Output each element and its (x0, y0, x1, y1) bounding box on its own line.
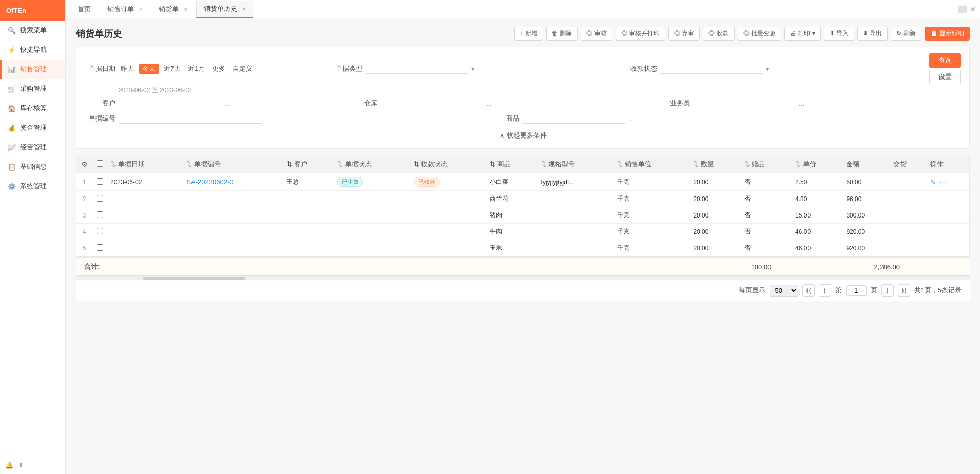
salesperson-dots-icon[interactable]: ... (799, 99, 805, 107)
add-button[interactable]: + 新增 (514, 27, 543, 41)
row-checkbox-1[interactable] (92, 173, 107, 191)
tab-sales-order-close[interactable]: × (139, 6, 142, 12)
col-date[interactable]: ⇅ 单据日期 (107, 155, 183, 173)
goods-label: 商品 (489, 114, 520, 123)
prev-page-button[interactable]: ⟨ (819, 284, 831, 297)
tab-sales-history[interactable]: 销货单历史 × (196, 1, 253, 18)
maximize-icon[interactable]: ⬜ (958, 5, 967, 13)
row-4-checkbox[interactable] (97, 228, 103, 234)
per-page-select[interactable]: 50 100 200 (770, 285, 798, 297)
table-row: 1 2023-06-02 SA-20230602-0 王总 已生效 已收款 小白… (76, 173, 969, 191)
sidebar-item-purchase-mgmt[interactable]: 🛒 采购管理 (0, 79, 65, 98)
sidebar-item-label: 销售管理 (20, 65, 47, 74)
tab-home[interactable]: 首页 (70, 1, 99, 18)
col-checkbox[interactable] (92, 155, 107, 173)
date-shortcut-yesterday[interactable]: 昨天 (119, 64, 136, 74)
tab-sales-delivery[interactable]: 销货单 × (151, 1, 195, 18)
row-checkbox-4[interactable] (92, 224, 107, 240)
col-goods[interactable]: ⇅ 商品 (487, 155, 537, 173)
print-button[interactable]: 🖨 打印 ▾ (784, 27, 821, 41)
delete-button[interactable]: 🗑 删除 (546, 27, 578, 41)
close-window-icon[interactable]: ✕ (970, 5, 976, 13)
select-all-checkbox[interactable] (97, 160, 103, 167)
payment-status-dropdown-icon[interactable]: ▾ (766, 65, 770, 73)
col-payment-status-label: ⇅ 收款状态 (414, 160, 448, 168)
row-amount-2: 96.00 (843, 191, 890, 207)
row-action-5 (927, 240, 969, 256)
sidebar-item-operations[interactable]: 📈 经营管理 (0, 137, 65, 157)
notification-icon[interactable]: 🔔 (5, 461, 13, 469)
date-shortcut-today[interactable]: 今天 (139, 64, 159, 74)
customer-input[interactable] (119, 98, 221, 108)
first-page-button[interactable]: ⟨⟨ (802, 284, 815, 297)
query-button[interactable]: 查询 (929, 53, 961, 68)
tab-sales-order[interactable]: 销售订单 × (100, 1, 150, 18)
row-checkbox-3[interactable] (92, 207, 107, 224)
sidebar-item-quick-nav[interactable]: ⚡ 快捷导航 (0, 40, 65, 60)
col-number-label: ⇅ 单据编号 (186, 160, 221, 168)
row-checkbox-5[interactable] (92, 240, 107, 256)
row-gift-5: 否 (741, 240, 792, 256)
salesperson-input[interactable] (693, 98, 796, 108)
collect-button[interactable]: ◎ 收款 (703, 27, 734, 41)
payment-status-select[interactable] (660, 64, 763, 74)
row-5-checkbox[interactable] (97, 244, 103, 251)
col-customer[interactable]: ⇅ 客户 (283, 155, 334, 173)
sidebar-item-basic-info[interactable]: 📋 基础信息 (0, 157, 65, 176)
col-payment-status[interactable]: ⇅ 收款状态 (411, 155, 487, 173)
row-checkbox-2[interactable] (92, 191, 107, 207)
sidebar-item-finance[interactable]: 💰 资金管理 (0, 118, 65, 137)
warehouse-dots-icon[interactable]: ... (486, 99, 492, 107)
audit-print-button[interactable]: ◎ 审核并打印 (616, 27, 665, 41)
collapse-button[interactable]: ∧ 收起更多条件 (497, 129, 549, 142)
row-number-1[interactable]: SA-20230602-0 (183, 173, 283, 191)
row-qty-4: 20.00 (690, 224, 741, 240)
edit-icon[interactable]: ✎ (930, 178, 936, 186)
col-gear[interactable]: ⚙ (76, 155, 92, 173)
goods-dots-icon[interactable]: ... (628, 114, 635, 123)
page-number-input[interactable] (846, 285, 867, 296)
settings-button[interactable]: 设置 (929, 70, 961, 84)
col-qty[interactable]: ⇅ 数量 (690, 155, 741, 173)
customer-dots-icon[interactable]: ... (224, 99, 230, 107)
date-shortcut-custom[interactable]: 自定义 (230, 64, 255, 74)
warehouse-input[interactable] (380, 98, 483, 108)
row-2-checkbox[interactable] (97, 195, 103, 202)
doc-type-dropdown-icon[interactable]: ▾ (471, 65, 475, 73)
last-page-button[interactable]: ⟩⟩ (898, 284, 910, 297)
show-detail-button[interactable]: 📋 显示明细 (925, 27, 970, 41)
doc-number-input[interactable] (119, 113, 262, 124)
pause-icon[interactable]: ⏸ (17, 461, 24, 469)
date-shortcut-more[interactable]: 更多 (210, 64, 227, 74)
export-button[interactable]: ⬇ 导出 (857, 27, 888, 41)
sidebar-item-sales-mgmt[interactable]: 📊 销售管理 (0, 60, 65, 79)
sidebar-item-system[interactable]: ⚙️ 系统管理 (0, 176, 65, 196)
more-icon[interactable]: ⋯ (939, 178, 946, 186)
date-shortcut-1month[interactable]: 近1月 (186, 64, 207, 74)
sidebar-item-search-menu[interactable]: 🔍 搜索菜单 (0, 21, 65, 40)
doc-type-select[interactable] (366, 64, 468, 74)
abandon-button[interactable]: ◎ 弃审 (668, 27, 700, 41)
tab-sales-history-close[interactable]: × (242, 6, 245, 12)
row-3-checkbox[interactable] (97, 211, 103, 218)
table-gear-icon[interactable]: ⚙ (81, 160, 88, 168)
import-button[interactable]: ⬆ 导入 (824, 27, 854, 41)
col-gift[interactable]: ⇅ 赠品 (741, 155, 792, 173)
refresh-button[interactable]: ↻ 刷新 (891, 27, 921, 41)
sidebar-item-inventory[interactable]: 🏠 库存核算 (0, 98, 65, 118)
batch-change-button[interactable]: ◎ 批量变更 (738, 27, 781, 41)
scrollbar-thumb[interactable] (143, 276, 245, 280)
col-unit[interactable]: ⇅ 销售单位 (614, 155, 690, 173)
audit-button[interactable]: ◎ 审核 (581, 27, 612, 41)
horizontal-scrollbar[interactable] (76, 275, 970, 280)
date-shortcut-7days[interactable]: 近7天 (162, 64, 183, 74)
col-spec[interactable]: ⇅ 规格型号 (538, 155, 614, 173)
row-1-checkbox[interactable] (97, 178, 103, 185)
tab-sales-delivery-close[interactable]: × (184, 6, 187, 12)
col-price[interactable]: ⇅ 单价 (792, 155, 843, 173)
col-doc-status[interactable]: ⇅ 单据状态 (334, 155, 410, 173)
goods-input[interactable] (523, 113, 625, 124)
next-page-button[interactable]: ⟩ (881, 284, 894, 297)
collapse-chevron-icon: ∧ (499, 132, 505, 140)
col-number[interactable]: ⇅ 单据编号 (183, 155, 283, 173)
